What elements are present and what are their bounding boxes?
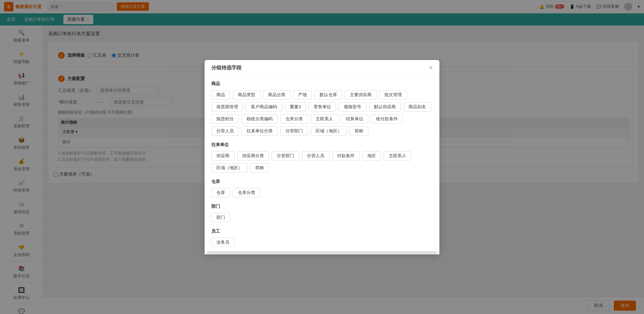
- field-tag-manager[interactable]: 分管人员: [211, 126, 239, 136]
- field-tag-expiry[interactable]: 保质期管理: [211, 102, 243, 112]
- field-tag-supplier[interactable]: 供应商: [211, 151, 234, 161]
- field-tag-short-name-product[interactable]: 简称: [350, 126, 368, 136]
- field-grid-employee: 业务员: [211, 238, 433, 247]
- field-tag-retail-unit[interactable]: 零售单位: [309, 102, 336, 112]
- field-tag-region-area[interactable]: 区域（地区）: [211, 163, 248, 173]
- field-tag-region-partner[interactable]: 地区: [362, 151, 381, 161]
- field-tag-alias[interactable]: 商品别名: [404, 102, 431, 112]
- field-tag-main-contact[interactable]: 主联系人: [311, 114, 338, 124]
- modal-close-button[interactable]: ×: [429, 65, 433, 71]
- scroll-track: [207, 252, 437, 254]
- field-tag-product[interactable]: 商品: [211, 90, 230, 100]
- modal: 分组待选字段 × 商品 商品 商品类型 商品分类 产地 默认仓库 主要供应商 批…: [205, 60, 439, 254]
- modal-overlay: 分组待选字段 × 商品 商品 商品类型 商品分类 产地 默认仓库 主要供应商 批…: [0, 0, 644, 314]
- field-grid-product: 商品 商品类型 商品分类 产地 默认仓库 主要供应商 批次管理 保质期管理 客户…: [211, 90, 433, 136]
- field-tag-warehouse-cat[interactable]: 仓库分类: [233, 188, 260, 197]
- modal-body: 商品 商品 商品类型 商品分类 产地 默认仓库 主要供应商 批次管理 保质期管理…: [205, 75, 439, 251]
- field-tag-partner-manager[interactable]: 分管人员: [302, 151, 329, 161]
- field-tag-origin[interactable]: 产地: [293, 90, 312, 100]
- field-tag-default-warehouse[interactable]: 默认仓库: [315, 90, 342, 100]
- field-tag-batch[interactable]: 批次管理: [379, 90, 407, 100]
- modal-section-warehouse: 仓库 仓库 仓库分类: [211, 179, 433, 197]
- field-tag-product-type[interactable]: 商品类型: [233, 90, 260, 100]
- field-tag-warehouse-category[interactable]: 仓库分类: [280, 114, 308, 124]
- field-tag-department[interactable]: 部门: [211, 213, 230, 222]
- section-title-employee: 员工: [211, 228, 433, 234]
- field-tag-warehouse[interactable]: 仓库: [211, 188, 230, 197]
- section-title-product: 商品: [211, 81, 433, 87]
- field-tag-dept[interactable]: 分管部门: [280, 126, 308, 136]
- section-title-warehouse: 仓库: [211, 179, 433, 185]
- field-tag-short-name-partner[interactable]: 简称: [250, 163, 269, 173]
- field-tag-tax-code[interactable]: 税收分类编码: [241, 114, 278, 124]
- field-tag-default-supplier[interactable]: 默认供应商: [369, 102, 401, 112]
- modal-section-partner: 往来单位 供应商 供应商分类 分管部门 分管人员 付款条件 地区 主联系人 区域…: [211, 142, 433, 173]
- field-tag-spec-model[interactable]: 规格型号: [339, 102, 366, 112]
- field-tag-pick-points[interactable]: 拣货积分: [211, 114, 239, 124]
- field-tag-partner-contact[interactable]: 主联系人: [384, 151, 411, 161]
- modal-section-product: 商品 商品 商品类型 商品分类 产地 默认仓库 主要供应商 批次管理 保质期管理…: [211, 81, 433, 136]
- field-tag-payment-cond[interactable]: 付款条件: [332, 151, 360, 161]
- field-tag-payment-terms[interactable]: 收付款条件: [371, 114, 403, 124]
- field-tag-customer-code[interactable]: 客户商品编码: [246, 102, 282, 112]
- field-tag-settlement-unit[interactable]: 结算单位: [341, 114, 368, 124]
- field-tag-partner-category[interactable]: 往来单位分类: [241, 126, 278, 136]
- modal-title: 分组待选字段: [211, 65, 241, 71]
- modal-scroll-bar[interactable]: [205, 251, 439, 254]
- modal-header: 分组待选字段 ×: [205, 60, 439, 75]
- field-tag-main-supplier[interactable]: 主要供应商: [345, 90, 377, 100]
- field-tag-salesperson[interactable]: 业务员: [211, 238, 234, 247]
- field-grid-dept: 部门: [211, 213, 433, 222]
- field-grid-warehouse: 仓库 仓库分类: [211, 188, 433, 197]
- field-grid-partner: 供应商 供应商分类 分管部门 分管人员 付款条件 地区 主联系人 区域（地区） …: [211, 151, 433, 173]
- modal-section-employee: 员工 业务员: [211, 228, 433, 247]
- field-tag-region-product[interactable]: 区域（地区）: [311, 126, 347, 136]
- section-title-partner: 往来单位: [211, 142, 433, 148]
- field-tag-supplier-category[interactable]: 供应商分类: [237, 151, 269, 161]
- field-tag-product-category[interactable]: 商品分类: [263, 90, 290, 100]
- modal-section-dept: 部门 部门: [211, 203, 433, 222]
- field-tag-partner-dept[interactable]: 分管部门: [272, 151, 299, 161]
- field-tag-weight[interactable]: 重量3: [285, 102, 306, 112]
- section-title-dept: 部门: [211, 203, 433, 209]
